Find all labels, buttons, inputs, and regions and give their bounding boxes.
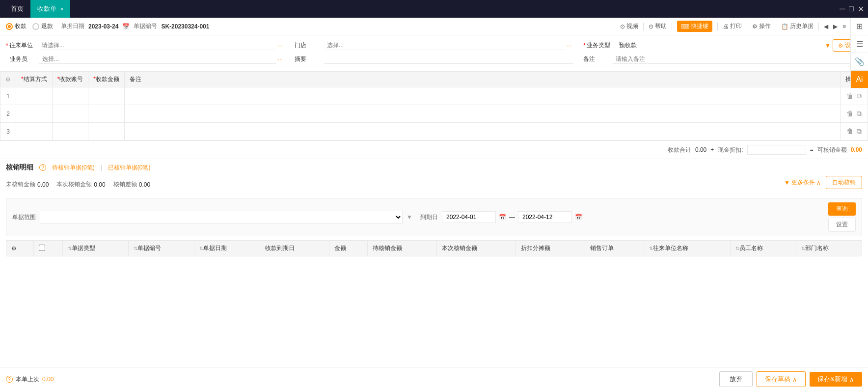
row-2-copy-btn[interactable]: ⧉ <box>856 109 863 119</box>
discount-label: 现金折扣: <box>718 146 743 154</box>
remark-label: 备注 <box>583 55 613 63</box>
radio-refund[interactable]: 退款 <box>32 22 53 30</box>
nav-tab-close[interactable]: × <box>60 6 63 12</box>
sort-type-icon[interactable]: ⇅ <box>68 246 72 251</box>
minimize-icon[interactable]: ─ <box>840 4 845 13</box>
help-btn[interactable]: ⊙ 帮助 <box>649 22 667 30</box>
row-2-amount[interactable] <box>88 105 125 123</box>
row-1-account[interactable] <box>52 87 88 105</box>
verify-settings-btn[interactable]: 设置 <box>828 218 856 232</box>
staff-more-btn[interactable]: ··· <box>276 56 285 63</box>
table-gear-icon[interactable]: ⚙ <box>5 76 11 83</box>
store-input[interactable] <box>324 41 565 50</box>
panel-ai-icon[interactable]: Ai <box>851 71 868 88</box>
row-1-copy-btn[interactable]: ⧉ <box>856 91 863 101</box>
top-nav: 首页 收款单 × ─ □ ✕ <box>0 0 868 18</box>
col-due-header: 收款到期日 <box>260 241 329 256</box>
col-type-header: ⇅单据类型 <box>62 241 128 256</box>
row-3-copy-btn[interactable]: ⧉ <box>856 126 863 137</box>
bottom-table-wrap: ⚙ ⇅单据类型 ⇅单据编号 ⇅单据日期 收款到期日 金额 待核销金额 本次核销金… <box>6 240 862 256</box>
row-3-actions: 🗑 ⧉ <box>840 123 868 140</box>
save-draft-button[interactable]: 保存草稿 ∧ <box>757 371 806 387</box>
partner-label: 往来单位 <box>9 41 39 50</box>
date-to-icon[interactable]: 📅 <box>575 214 582 221</box>
nav-arrow-right[interactable]: ▶ <box>833 23 838 30</box>
col-gear2[interactable]: ⚙ <box>6 241 34 256</box>
store-more-btn[interactable]: ··· <box>565 42 573 49</box>
layout-list-btn[interactable]: ≡ <box>842 23 846 30</box>
unverified-value: 0.00 <box>37 181 49 188</box>
footer-info-icon[interactable]: ? <box>6 376 13 383</box>
col-checkbox[interactable] <box>33 241 62 256</box>
radio-receipt[interactable]: 收款 <box>6 22 27 30</box>
row-2-settlement[interactable] <box>16 105 53 123</box>
abandon-button[interactable]: 放弃 <box>719 371 753 387</box>
nav-tab-receipt[interactable]: 收款单 × <box>30 0 70 18</box>
row-2-delete-btn[interactable]: 🗑 <box>845 109 854 118</box>
summary-input[interactable] <box>324 55 573 64</box>
biz-type-field: * 业务类型 预收款 ▼ ⚙ 设置 <box>583 39 862 52</box>
nav-arrow-left[interactable]: ◀ <box>824 23 828 30</box>
sort-dept-icon[interactable]: ⇅ <box>801 246 805 251</box>
partner-more-btn[interactable]: ··· <box>276 42 285 49</box>
col-discount-header: 折扣分摊额 <box>516 241 585 256</box>
history-btn[interactable]: 📋 历史单据 <box>781 22 814 30</box>
print-icon: 🖨 <box>723 23 729 30</box>
date-to-input[interactable] <box>518 211 572 223</box>
draft-chevron-icon[interactable]: ∧ <box>792 376 797 383</box>
date-from-icon[interactable]: 📅 <box>499 214 506 221</box>
panel-attach-icon[interactable]: 📎 <box>851 53 868 71</box>
row-1-settlement[interactable] <box>16 87 53 105</box>
table-gear-header[interactable]: ⚙ <box>0 72 16 87</box>
panel-table-icon[interactable]: ⊞ <box>851 18 868 35</box>
sort-staff-icon[interactable]: ⇅ <box>735 246 739 251</box>
row-2-account[interactable] <box>52 105 88 123</box>
col-date-header: ⇅单据日期 <box>194 241 260 256</box>
shortcut-btn[interactable]: ⌨ 快捷键 <box>677 21 712 32</box>
row-1-delete-btn[interactable]: 🗑 <box>845 91 854 101</box>
search-button[interactable]: 查询 <box>828 202 856 216</box>
select-all-checkbox[interactable] <box>39 245 45 251</box>
row-1-remark[interactable] <box>125 87 841 105</box>
current-label: 本次核销金额 <box>56 180 92 189</box>
search-btn-col: 查询 设置 <box>828 202 856 232</box>
maximize-icon[interactable]: □ <box>849 4 854 13</box>
tab-done[interactable]: 已核销单据(0笔) <box>108 164 151 172</box>
staff-input[interactable] <box>39 55 276 64</box>
shortcut-icon: ⌨ <box>681 23 689 30</box>
total-label: 收款合计 <box>668 146 691 154</box>
more-conditions-btn[interactable]: ▼ 更多条件 ∧ <box>784 178 821 187</box>
close-window-icon[interactable]: ✕ <box>858 4 864 14</box>
print-btn[interactable]: 🖨 打印 <box>723 22 742 30</box>
operate-btn[interactable]: ⚙ 操作 <box>752 22 771 30</box>
range-select[interactable] <box>40 211 403 223</box>
sort-date-icon[interactable]: ⇅ <box>199 246 203 251</box>
row-3-amount[interactable] <box>88 123 125 140</box>
new-chevron-icon[interactable]: ∧ <box>849 376 854 383</box>
save-new-button[interactable]: 保存&新增 ∧ <box>810 372 862 387</box>
date-from-input[interactable] <box>442 211 496 223</box>
col-sales-header: 销售订单 <box>585 241 644 256</box>
discount-input[interactable] <box>747 145 806 155</box>
sort-number-icon[interactable]: ⇅ <box>134 246 137 251</box>
partner-input[interactable] <box>39 41 276 50</box>
footer-right: 放弃 保存草稿 ∧ 保存&新增 ∧ <box>719 371 862 387</box>
panel-list-icon[interactable]: ☰ <box>851 35 868 53</box>
biz-type-dropdown[interactable]: ▼ <box>823 42 833 49</box>
row-3-settlement[interactable] <box>16 123 53 140</box>
gear2-icon[interactable]: ⚙ <box>11 245 17 252</box>
verify-info-icon[interactable]: ? <box>39 164 46 171</box>
video-btn[interactable]: ⊙ 视频 <box>620 22 638 30</box>
row-3-account[interactable] <box>52 123 88 140</box>
remark-input[interactable] <box>613 55 862 64</box>
nav-home[interactable]: 首页 <box>4 0 30 18</box>
row-3-remark[interactable] <box>125 123 841 140</box>
row-2-remark[interactable] <box>125 105 841 123</box>
calendar-icon[interactable]: 📅 <box>122 23 130 30</box>
auto-verify-btn[interactable]: 自动核销 <box>826 176 862 189</box>
row-1-amount[interactable] <box>88 87 125 105</box>
verify-label: 可核销金额 <box>817 146 847 154</box>
form-row-2: 业务员 ··· 摘要 备注 <box>6 55 862 64</box>
tab-pending[interactable]: 待核销单据(0笔) <box>52 164 95 172</box>
row-3-delete-btn[interactable]: 🗑 <box>845 126 854 136</box>
